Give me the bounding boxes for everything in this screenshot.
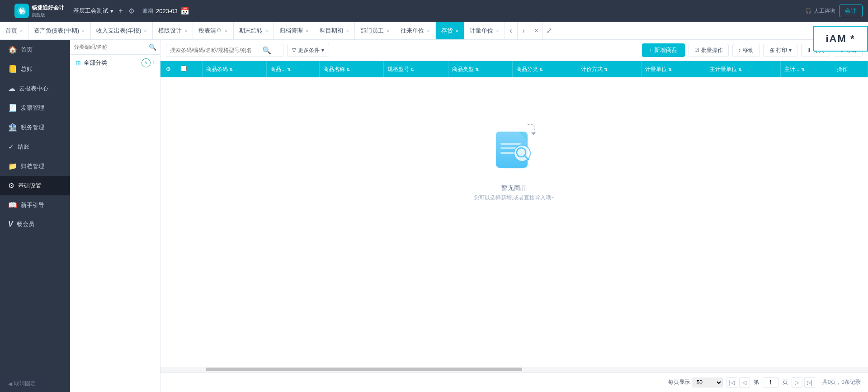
first-page-btn[interactable]: |◁ [726, 377, 737, 388]
tab-contacts[interactable]: 往来单位 × [395, 22, 435, 40]
ledger-icon: 📒 [8, 65, 17, 73]
col-unit[interactable]: 计量单位⇅ [642, 61, 706, 77]
tab-income[interactable]: 收入支出表(年报) × [91, 22, 153, 40]
sidebar-archive-label: 归档管理 [21, 162, 44, 170]
next-page-btn[interactable]: ▷ [792, 377, 802, 388]
tab-contacts-close[interactable]: × [427, 28, 429, 33]
tab-template-close[interactable]: × [184, 28, 187, 33]
filter-btn[interactable]: ▽ 更多条件 ▾ [287, 44, 329, 57]
page-number-input[interactable] [763, 377, 779, 388]
settings-gear-icon[interactable]: ⚙ [126, 5, 137, 16]
tab-subject-close[interactable]: × [346, 28, 349, 33]
all-categories-item[interactable]: ⊞ 全部分类 ✎ ‹ [70, 55, 160, 71]
tab-home-close[interactable]: × [20, 28, 23, 33]
category-search-input[interactable] [74, 44, 147, 50]
tab-department[interactable]: 部门员工 × [355, 22, 395, 40]
col-code[interactable]: 商品...⇅ [267, 61, 319, 77]
collapse-category-icon[interactable]: ‹ [152, 58, 155, 67]
tab-inventory[interactable]: 存货 × [436, 22, 464, 40]
iam-badge[interactable]: iAM * [813, 26, 868, 52]
sort-type-icon: ⇅ [475, 67, 479, 72]
tab-expand-btn[interactable]: ⤢ [543, 22, 556, 40]
add-product-btn[interactable]: + 新增商品 [642, 43, 685, 57]
sidebar-item-home[interactable]: 🏠 首页 [0, 40, 70, 59]
svg-rect-6 [500, 147, 516, 149]
col-spec[interactable]: 规格型号⇅ [384, 61, 448, 77]
col-name[interactable]: 商品名称⇅ [319, 61, 384, 77]
search-icon[interactable]: 🔍 [262, 46, 271, 55]
horizontal-scrollbar[interactable] [160, 367, 868, 372]
scrollbar-thumb[interactable] [206, 368, 522, 371]
prev-page-btn[interactable]: ◁ [739, 377, 750, 388]
tab-tax-list[interactable]: 税表清单 × [193, 22, 233, 40]
sidebar-item-settings[interactable]: ⚙ 基础设置 [0, 176, 70, 195]
product-search-input[interactable] [170, 47, 260, 53]
tab-subject[interactable]: 科目期初 × [314, 22, 354, 40]
tab-inventory-label: 存货 [441, 27, 453, 35]
sidebar-item-invoice[interactable]: 🧾 发票管理 [0, 98, 70, 118]
tab-archive-close[interactable]: × [306, 28, 308, 33]
tab-unit[interactable]: 计量单位 × [464, 22, 505, 40]
col-main-unit[interactable]: 主计量单位⇅ [706, 61, 780, 77]
tab-home[interactable]: 首页 × [0, 22, 28, 40]
sidebar-item-close[interactable]: ✓ 结账 [0, 137, 70, 156]
sidebar-item-archive[interactable]: 📁 归档管理 [0, 156, 70, 176]
sidebar-item-tax[interactable]: 🏦 税务管理 [0, 118, 70, 137]
col-price-method[interactable]: 计价方式⇅ [577, 61, 642, 77]
calendar-icon[interactable]: 📅 [180, 7, 189, 15]
tab-tax-list-close[interactable]: × [225, 28, 227, 33]
sidebar-item-ledger[interactable]: 📒 总账 [0, 59, 70, 79]
empty-title: 暂无商品 [501, 184, 527, 192]
batch-btn[interactable]: ☑ 批量操作 [689, 44, 729, 57]
company-selector[interactable]: 基层工会测试 ▾ [73, 7, 113, 15]
account-btn[interactable]: 会计 [839, 5, 863, 17]
unpin-icon: ◀ [8, 381, 12, 387]
select-all-checkbox[interactable] [181, 66, 187, 71]
batch-icon: ☑ [694, 47, 699, 53]
tab-next-btn[interactable]: › [518, 22, 530, 40]
tab-department-label: 部门员工 [360, 27, 384, 35]
svg-marker-11 [531, 132, 536, 135]
col-settings[interactable]: ⚙ [160, 61, 177, 77]
tab-prev-btn[interactable]: ‹ [505, 22, 518, 40]
per-page-select[interactable]: 50 100 200 [692, 378, 723, 387]
sidebar-item-guide[interactable]: 📖 新手引导 [0, 195, 70, 215]
print-btn[interactable]: 🖨 打印 ▾ [763, 44, 797, 57]
tab-balance-close[interactable]: × [82, 28, 85, 33]
col-checkbox[interactable] [177, 61, 202, 77]
col-category[interactable]: 商品分类⇅ [513, 61, 577, 77]
tab-department-close[interactable]: × [387, 28, 389, 33]
help-btn[interactable]: 🎧 人工咨询 [805, 7, 835, 15]
app-logo: 畅 [14, 4, 29, 18]
col-barcode[interactable]: 商品条码⇅ [202, 61, 267, 77]
period-value[interactable]: 2023-03 [156, 8, 178, 14]
col-type[interactable]: 商品类型⇅ [448, 61, 513, 77]
last-page-btn[interactable]: ▷| [804, 377, 815, 388]
tab-period-end[interactable]: 期末结转 × [234, 22, 274, 40]
sidebar-item-reports[interactable]: ☁ 云报表中心 [0, 79, 70, 98]
move-btn[interactable]: ↕ 移动 [732, 44, 760, 57]
tab-period-end-close[interactable]: × [265, 28, 268, 33]
tab-template[interactable]: 模版设计 × [153, 22, 193, 40]
unpin-btn[interactable]: ◀ 取消固定 [0, 375, 70, 392]
move-icon: ↕ [738, 47, 741, 53]
tab-close-all-btn[interactable]: × [530, 22, 543, 40]
tab-inventory-close[interactable]: × [456, 28, 458, 33]
tab-archive[interactable]: 归档管理 × [274, 22, 314, 40]
move-label: 移动 [743, 47, 754, 54]
add-tab-btn[interactable]: + [115, 5, 126, 16]
filter-icon: ▽ [292, 47, 296, 53]
edit-category-icon[interactable]: ✎ [142, 58, 151, 67]
col-main-count[interactable]: 主计...⇅ [780, 61, 833, 77]
batch-label: 批量操作 [701, 47, 723, 54]
sidebar-item-member[interactable]: V 畅会员 [0, 215, 70, 234]
tab-unit-close[interactable]: × [496, 28, 499, 33]
sort-barcode-icon: ⇅ [229, 67, 233, 72]
help-label: 人工咨询 [814, 7, 835, 15]
tab-income-close[interactable]: × [144, 28, 146, 33]
category-search-icon[interactable]: 🔍 [149, 43, 156, 51]
left-panel-content: ⊞ 全部分类 ✎ ‹ [70, 55, 160, 392]
col-actions: 操作 [833, 61, 868, 77]
tab-balance-sheet[interactable]: 资产负债表(中期) × [28, 22, 90, 40]
right-panel: 🔍 ▽ 更多条件 ▾ + 新增商品 ☑ 批量操作 ↕ [160, 40, 868, 392]
